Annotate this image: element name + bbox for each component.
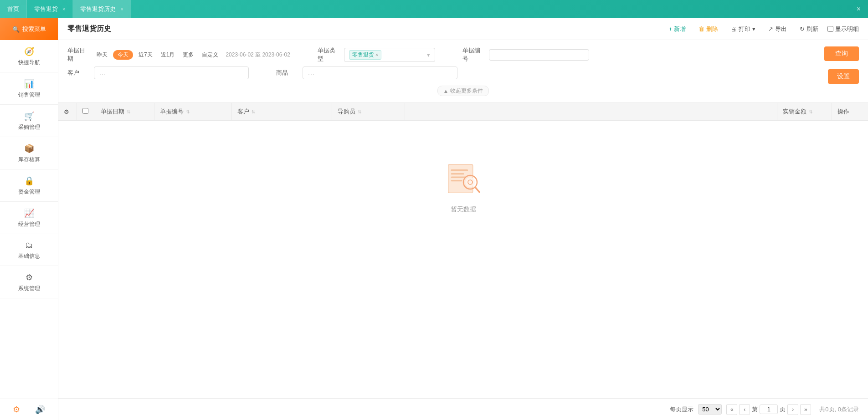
refresh-button[interactable]: ↻ 刷新 bbox=[796, 23, 822, 35]
filter-type-label: 单据类型 bbox=[318, 46, 340, 63]
print-button[interactable]: 🖨 打印 ▾ bbox=[727, 23, 759, 35]
sidebar-item-operations-label: 经营管理 bbox=[18, 220, 40, 228]
settings-button[interactable]: 设置 bbox=[828, 69, 859, 84]
export-button[interactable]: ↗ 导出 bbox=[765, 23, 791, 35]
inventory-icon: 📦 bbox=[24, 143, 34, 154]
date-btn-last7[interactable]: 近7天 bbox=[136, 50, 155, 60]
voucher-type-remove[interactable]: × bbox=[375, 52, 378, 57]
filter-id-col: 单据编号 bbox=[462, 46, 589, 63]
main-layout: 🔍 搜索菜单 🧭 快捷导航 📊 销售管理 🛒 采购管理 📦 库存核算 🔒 资金管… bbox=[0, 18, 868, 420]
page-number-input[interactable] bbox=[760, 405, 778, 414]
query-button[interactable]: 查询 bbox=[824, 46, 859, 61]
tab-retail-return-label: 零售退货 bbox=[34, 5, 58, 13]
collapse-button[interactable]: ▲ 收起更多条件 bbox=[437, 86, 489, 96]
sidebar-item-inventory-label: 库存核算 bbox=[18, 156, 40, 164]
col-header-amount[interactable]: 实销金额 ⇅ bbox=[777, 103, 832, 121]
col-header-date[interactable]: 单据日期 ⇅ bbox=[95, 103, 154, 121]
voucher-type-tag: 零售退货 × bbox=[349, 50, 381, 60]
col-header-guide[interactable]: 导购员 ⇅ bbox=[332, 103, 405, 121]
page-size-select[interactable]: 20 50 100 bbox=[698, 404, 722, 415]
empty-label: 暂无数据 bbox=[451, 205, 476, 214]
page-next-icon: › bbox=[792, 406, 794, 413]
col-header-settings[interactable]: ⚙ bbox=[58, 103, 77, 121]
sidebar-gear-icon[interactable]: ⚙ bbox=[13, 405, 20, 415]
date-btn-yesterday[interactable]: 昨天 bbox=[94, 50, 110, 60]
sidebar-item-quick-nav[interactable]: 🧭 快捷导航 bbox=[0, 40, 58, 72]
tab-retail-return-history-close[interactable]: × bbox=[120, 6, 123, 12]
date-btn-more[interactable]: 更多 bbox=[180, 50, 196, 60]
select-all-checkbox[interactable] bbox=[82, 108, 88, 114]
tab-retail-return-close[interactable]: × bbox=[62, 6, 65, 12]
page-nav: « ‹ 第 页 › » bbox=[726, 404, 811, 415]
sidebar-bottom: ⚙ 🔊 bbox=[0, 399, 58, 420]
data-table: ⚙ 单据日期 ⇅ 单据编号 ⇅ bbox=[58, 103, 868, 121]
close-window-button[interactable]: × bbox=[849, 0, 868, 18]
date-btn-custom[interactable]: 自定义 bbox=[199, 50, 221, 60]
sidebar-item-inventory[interactable]: 📦 库存核算 bbox=[0, 137, 58, 169]
svg-rect-4 bbox=[451, 180, 462, 181]
col-action-label: 操作 bbox=[837, 108, 849, 115]
date-btn-today[interactable]: 今天 bbox=[113, 50, 133, 60]
new-button[interactable]: + 新增 bbox=[665, 23, 689, 35]
empty-illustration bbox=[441, 157, 486, 198]
page-next-button[interactable]: › bbox=[787, 404, 798, 415]
customer-input[interactable]: … bbox=[94, 67, 249, 79]
voucher-type-tag-label: 零售退货 bbox=[352, 51, 374, 59]
settings-action-area: 设置 bbox=[828, 67, 859, 84]
toolbar: + 新增 🗑 删除 🖨 打印 ▾ ↗ 导出 ↻ 刷新 bbox=[665, 23, 859, 35]
print-button-label: 打印 bbox=[739, 25, 750, 33]
page-first-button[interactable]: « bbox=[726, 404, 737, 415]
sidebar-item-system-mgmt[interactable]: ⚙ 系统管理 bbox=[0, 266, 58, 298]
sidebar-item-operations[interactable]: 📈 经营管理 bbox=[0, 202, 58, 234]
col-voucherid-sort: ⇅ bbox=[186, 109, 190, 114]
delete-button[interactable]: 🗑 删除 bbox=[695, 23, 722, 35]
col-amount-sort: ⇅ bbox=[809, 109, 812, 114]
system-mgmt-icon: ⚙ bbox=[26, 272, 33, 282]
page-size-label: 每页显示 bbox=[670, 405, 693, 414]
sidebar: 🔍 搜索菜单 🧭 快捷导航 📊 销售管理 🛒 采购管理 📦 库存核算 🔒 资金管… bbox=[0, 18, 58, 420]
voucher-id-input[interactable] bbox=[489, 49, 589, 61]
col-header-checkbox[interactable] bbox=[77, 103, 95, 121]
page-last-icon: » bbox=[804, 406, 807, 413]
page-last-button[interactable]: » bbox=[800, 404, 811, 415]
sidebar-item-basic-info[interactable]: 🗂 基础信息 bbox=[0, 234, 58, 266]
filter-customer-col: 客户 … bbox=[67, 67, 249, 79]
tab-retail-return-history-label: 零售退货历史 bbox=[80, 5, 116, 13]
date-btn-last-month[interactable]: 近1月 bbox=[158, 50, 178, 60]
col-header-customer[interactable]: 客户 ⇅ bbox=[231, 103, 332, 121]
total-info: 共0页, 0条记录 bbox=[819, 405, 859, 414]
goods-dots: … bbox=[308, 69, 315, 77]
sidebar-item-sales-mgmt-label: 销售管理 bbox=[18, 91, 40, 99]
tab-home[interactable]: 首页 bbox=[0, 0, 27, 18]
sales-mgmt-icon: 📊 bbox=[24, 79, 34, 89]
filter-id-label: 单据编号 bbox=[462, 46, 485, 63]
print-dropdown-icon: ▾ bbox=[752, 26, 755, 32]
table-header-row: ⚙ 单据日期 ⇅ 单据编号 ⇅ bbox=[58, 103, 868, 121]
page-prev-button[interactable]: ‹ bbox=[739, 404, 750, 415]
goods-input[interactable]: … bbox=[303, 67, 457, 79]
sidebar-item-purchase-mgmt[interactable]: 🛒 采购管理 bbox=[0, 105, 58, 137]
sidebar-item-finance[interactable]: 🔒 资金管理 bbox=[0, 169, 58, 202]
col-header-voucherid[interactable]: 单据编号 ⇅ bbox=[154, 103, 231, 121]
col-voucherid-label: 单据编号 bbox=[160, 108, 184, 115]
filter-date-label: 单据日期 bbox=[67, 46, 90, 63]
sidebar-item-sales-mgmt[interactable]: 📊 销售管理 bbox=[0, 72, 58, 105]
refresh-button-icon: ↻ bbox=[800, 26, 805, 32]
filter-area: 单据日期 昨天 今天 近7天 近1月 更多 自定义 2023-06-02 至 2… bbox=[58, 40, 868, 103]
filter-date-col: 单据日期 昨天 今天 近7天 近1月 更多 自定义 2023-06-02 至 2… bbox=[67, 46, 290, 63]
customer-dots: … bbox=[99, 69, 106, 77]
tab-retail-return[interactable]: 零售退货 × bbox=[27, 0, 73, 18]
filter-goods-label: 商品 bbox=[276, 69, 299, 77]
voucher-type-select[interactable]: 零售退货 × ▾ bbox=[344, 48, 435, 62]
sidebar-item-basic-info-label: 基础信息 bbox=[18, 252, 40, 260]
show-detail-checkbox[interactable] bbox=[827, 26, 833, 32]
tab-bar: 首页 零售退货 × 零售退货历史 × × bbox=[0, 0, 868, 18]
page-header: 零售退货历史 + 新增 🗑 删除 🖨 打印 ▾ ↗ 导出 bbox=[58, 18, 868, 40]
sidebar-item-finance-label: 资金管理 bbox=[18, 188, 40, 196]
col-customer-sort: ⇅ bbox=[252, 109, 255, 114]
tab-retail-return-history[interactable]: 零售退货历史 × bbox=[73, 0, 131, 18]
sidebar-search[interactable]: 🔍 搜索菜单 bbox=[0, 18, 58, 40]
page-prev-icon: ‹ bbox=[744, 406, 745, 413]
sidebar-audio-icon[interactable]: 🔊 bbox=[35, 405, 45, 415]
svg-rect-1 bbox=[451, 169, 468, 171]
